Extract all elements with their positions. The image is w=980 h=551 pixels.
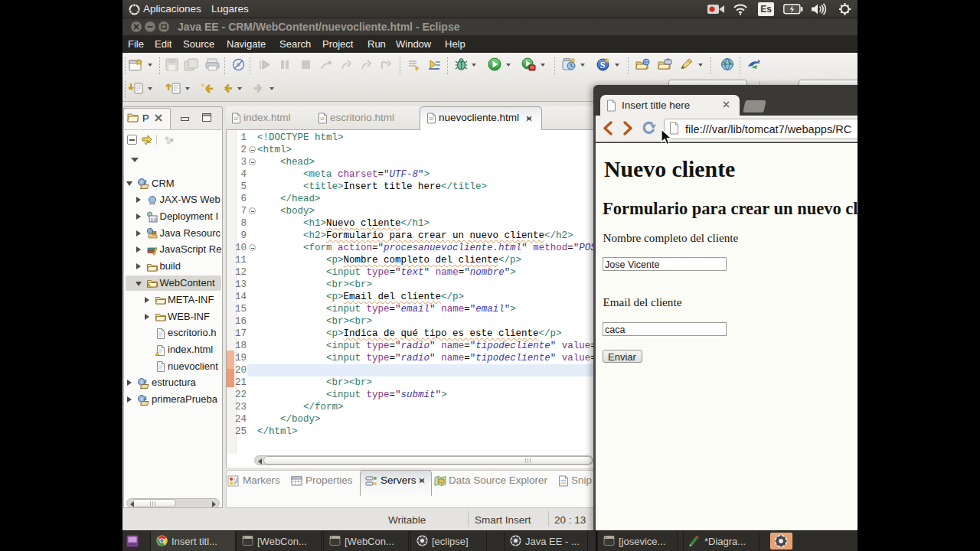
svg-text:S: S	[600, 60, 606, 70]
svg-text:3.0: 3.0	[150, 217, 156, 222]
svg-text:J: J	[144, 396, 147, 401]
svg-text:!: !	[148, 284, 149, 288]
svg-text:J: J	[144, 379, 147, 384]
svg-text:J: J	[144, 179, 147, 184]
